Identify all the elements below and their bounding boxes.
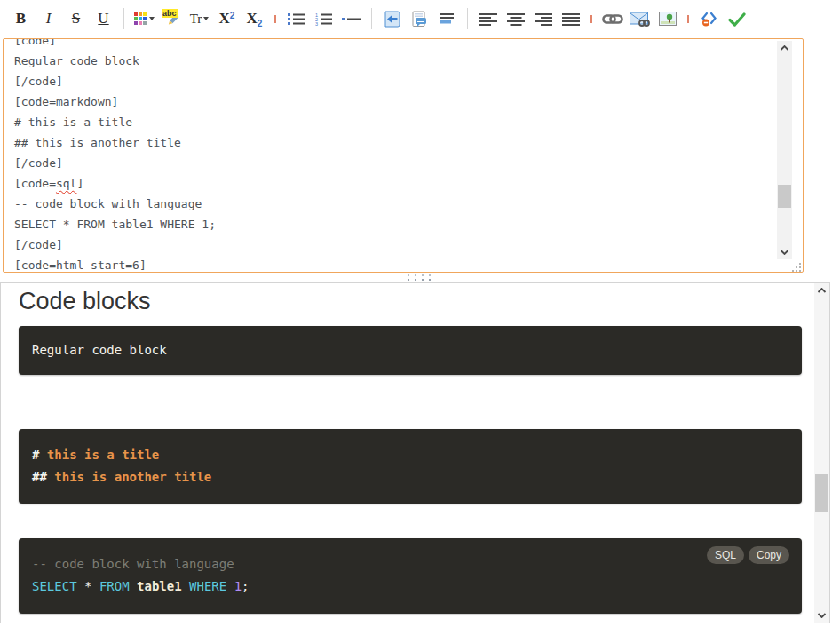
code-block-sql: SQLCopy-- code block with languageSELECT… [19,538,802,614]
ordered-list-icon: 1 2 3 [315,12,333,26]
comment-page-button[interactable] [407,5,432,32]
superscript-button[interactable]: X2 [214,5,240,32]
font-family-button[interactable]: Tr [186,5,212,32]
ordered-list-button[interactable]: 1 2 3 [311,5,337,32]
subscript-button[interactable]: X2 [242,5,267,32]
comment-page-icon [412,11,427,28]
align-right-button[interactable] [530,5,556,32]
preview-viewport: Code blocks Regular code block# this is … [1,283,814,623]
quote-icon [383,11,401,28]
remove-format-button[interactable]: abc [159,5,185,32]
grip-dots-icon [404,274,436,282]
highlight-abc-icon: abc [162,9,178,18]
chevron-down-icon [203,17,209,20]
scroll-up-icon[interactable] [814,283,829,298]
editor-scrollbar[interactable] [777,41,792,259]
code-line: Regular code block [32,342,788,359]
toolbar-separator [590,15,592,23]
email-icon [630,12,650,27]
toolbar-separator [274,15,276,23]
scroll-down-icon[interactable] [814,608,829,623]
align-right-icon [535,12,552,26]
editor-viewport[interactable]: [code]Regular code block[/code][code=mar… [4,39,803,272]
insert-image-button[interactable] [654,5,680,32]
preview-heading: Code blocks [19,287,796,315]
check-icon [727,12,746,27]
toolbar-separator [687,15,689,23]
editor-line: ## this is another title [14,132,773,153]
bold-button[interactable]: B [8,5,34,32]
editor-resize-grip[interactable] [791,260,802,271]
editor-line: # this is a title [14,112,773,132]
editor-content[interactable]: [code]Regular code block[/code][code=mar… [14,39,773,272]
bbcode-source-editor[interactable]: [code]Regular code block[/code][code=mar… [3,38,804,273]
code-block-plain: Regular code block [19,326,802,375]
code-line: # this is a title [32,444,788,466]
view-source-button[interactable] [696,5,722,32]
scroll-up-icon[interactable] [777,41,792,55]
font-color-button[interactable] [131,5,157,32]
accept-button[interactable] [724,5,749,32]
preview-pane: Code blocks Regular code block# this is … [0,282,830,623]
editor-line: -- code block with language [14,194,773,214]
align-center-button[interactable] [503,5,528,32]
code-block-markdown: # this is a title## this is another titl… [19,429,802,504]
superscript-icon: X2 [219,10,235,28]
underline-button[interactable]: U [91,5,116,32]
image-icon [659,12,677,26]
toolbar-separator [371,8,372,29]
editor-line: [code=html start=6] [14,255,773,272]
copy-badge[interactable]: Copy [749,546,789,564]
align-left-button[interactable] [475,5,501,32]
editor-line: [/code] [14,234,773,255]
horizontal-rule-button[interactable] [338,5,364,32]
preview-scrollbar-thumb[interactable] [815,474,828,512]
editor-line: [/code] [14,71,773,91]
toolbar-separator [467,8,468,29]
editor-line: [code] [14,39,773,51]
insert-email-button[interactable] [627,5,653,32]
code-line: SELECT * FROM table1 WHERE 1; [32,575,788,598]
sql-badge: SQL [707,546,744,564]
insert-link-button[interactable] [599,5,625,32]
align-left-icon [479,12,497,26]
strikethrough-button[interactable]: S [63,5,89,32]
code-line: ## this is another title [32,466,788,488]
bullet-list-icon [288,12,305,26]
bbcode-editor-app: B I S U abc Tr X2 X2 [0,0,840,627]
scroll-down-icon[interactable] [777,245,792,259]
code-block-badges: SQLCopy [707,546,789,564]
text-block-button[interactable] [434,5,460,32]
align-justify-button[interactable] [558,5,583,32]
underline-icon: U [98,10,108,28]
editor-line: SELECT * FROM table1 WHERE 1; [14,214,773,234]
bold-icon: B [16,10,26,28]
source-code-icon [700,12,718,27]
quote-button[interactable] [379,5,405,32]
text-block-icon [440,12,456,25]
chevron-down-icon [149,17,155,20]
horizontal-rule-icon [342,15,361,23]
color-palette-icon [134,12,147,25]
editor-scrollbar-thumb[interactable] [778,185,791,208]
code-line: -- code block with language [32,553,788,575]
font-icon: Tr [190,12,202,27]
editor-line: [/code] [14,153,773,173]
italic-button[interactable]: I [36,5,61,32]
subscript-icon: X2 [247,10,263,28]
link-icon [602,13,623,25]
align-center-icon [507,12,525,26]
pane-divider-grip[interactable] [402,274,438,282]
svg-text:3: 3 [315,21,318,26]
bullet-list-button[interactable] [283,5,309,32]
italic-icon: I [46,10,52,28]
strikethrough-icon: S [72,10,80,28]
align-justify-icon [562,12,580,26]
editor-line: [code=markdown] [14,91,773,112]
code-blocks-container: Regular code block# this is a title## th… [1,326,814,614]
editor-line: [code=sql] [14,173,773,194]
toolbar-separator [123,8,124,29]
preview-scrollbar[interactable] [814,283,829,623]
editor-line: Regular code block [14,51,773,71]
editor-toolbar: B I S U abc Tr X2 X2 [0,0,840,37]
